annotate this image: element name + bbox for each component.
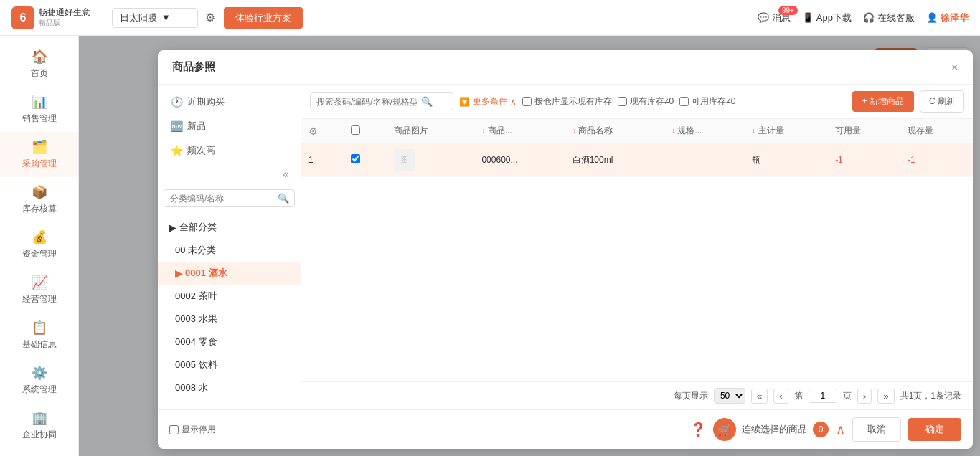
td-checkbox[interactable] — [344, 143, 386, 177]
show-disabled-label[interactable]: 显示停用 — [169, 424, 216, 436]
user-item[interactable]: 👤 徐泽华 — [926, 11, 969, 24]
cat-item-uncategorized[interactable]: 00 未分类 — [158, 239, 301, 262]
checkbox-warehouse-input[interactable] — [522, 97, 532, 106]
gear-col-icon[interactable]: ⚙ — [308, 125, 318, 137]
first-page-button[interactable]: « — [751, 389, 768, 404]
cat-item-all[interactable]: ▶ 全部分类 — [158, 216, 301, 239]
sort-icon-name: ↕ — [573, 127, 576, 135]
modal-footer: 显示停用 ❓ 🛒 连续选择的商品 0 ∧ 取消 确定 — [158, 409, 973, 449]
collapse-up-icon[interactable]: ∧ — [836, 422, 845, 437]
checkbox-warehouse[interactable]: 按仓库显示现有库存 — [522, 95, 612, 108]
home-icon: 🏠 — [32, 49, 47, 65]
th-unit[interactable]: ↕ 主计量 — [745, 119, 828, 143]
product-search-box[interactable]: 🔍 — [310, 92, 453, 110]
arrow-icon-all: ▶ — [169, 222, 176, 233]
sidebar-label-system: 系统管理 — [22, 384, 57, 396]
toolbar: 🔍 🔽 更多条件 ∧ 按仓库显示现有库存 — [301, 85, 973, 119]
sidebar: 🏠 首页 📊 销售管理 🗂️ 采购管理 📦 库存核算 💰 资金管理 📈 经营管理… — [0, 36, 79, 456]
td-name: 白酒100ml — [565, 143, 664, 177]
td-stock: -1 — [900, 143, 973, 177]
th-available-label: 可用量 — [835, 125, 861, 136]
th-available[interactable]: 可用量 — [828, 119, 900, 143]
sidebar-item-inventory[interactable]: 📦 库存核算 — [0, 177, 78, 222]
table-row[interactable]: 1 图 000600... 白酒100ml 瓶 -1 — [301, 143, 973, 177]
td-spec — [664, 143, 745, 177]
show-disabled-checkbox[interactable] — [169, 425, 179, 434]
modal-title: 商品参照 — [172, 60, 215, 74]
action-button[interactable]: 体验行业方案 — [224, 7, 303, 29]
tab-frequent-label: 频次高 — [187, 144, 215, 157]
cat-item-tea[interactable]: 0002 茶叶 — [158, 285, 301, 308]
cart-icon[interactable]: 🛒 — [713, 418, 736, 441]
category-search-input[interactable] — [170, 194, 278, 204]
sidebar-item-home[interactable]: 🏠 首页 — [0, 42, 78, 87]
checkbox-available-nonzero-label: 可用库存≠0 — [692, 95, 735, 108]
th-spec[interactable]: ↕ 规格... — [664, 119, 745, 143]
sidebar-item-guide[interactable]: 🔰 新手引导 — [0, 448, 78, 456]
cat-item-drink[interactable]: 0005 饮料 — [158, 353, 301, 376]
sidebar-item-enterprise[interactable]: 🏢 企业协同 — [0, 403, 78, 448]
tab-frequent[interactable]: ⭐ 频次高 — [164, 139, 295, 162]
app-download-item[interactable]: 📱 App下载 — [802, 11, 852, 24]
checkbox-stock-nonzero-input[interactable] — [618, 97, 627, 106]
confirm-button[interactable]: 确定 — [908, 418, 961, 441]
next-page-button[interactable]: › — [857, 389, 872, 404]
th-name[interactable]: ↕ 商品名称 — [565, 119, 664, 143]
checkbox-available-nonzero[interactable]: 可用库存≠0 — [679, 95, 735, 108]
prev-page-button[interactable]: ‹ — [773, 389, 788, 404]
gear-icon[interactable]: ⚙ — [205, 11, 215, 24]
th-stock[interactable]: 现存量 — [900, 119, 973, 143]
sidebar-item-base[interactable]: 📋 基础信息 — [0, 313, 78, 358]
message-item[interactable]: 💬 消息 99+ — [758, 11, 791, 24]
page-size-select[interactable]: 50 — [714, 388, 745, 404]
category-tree: ▶ 全部分类 00 未分类 ▶ 0001 酒水 0002 茶叶 — [158, 213, 301, 404]
page-label: 第 — [794, 390, 803, 402]
cat-item-fruit[interactable]: 0003 水果 — [158, 308, 301, 331]
sidebar-item-finance[interactable]: 💰 资金管理 — [0, 222, 78, 267]
sidebar-item-purchase[interactable]: 🗂️ 采购管理 — [0, 132, 78, 177]
collapse-left-icon[interactable]: « — [283, 168, 289, 181]
cat-item-water[interactable]: 0008 水 — [158, 376, 301, 399]
sidebar-item-system[interactable]: ⚙️ 系统管理 — [0, 358, 78, 403]
right-panel: 🔍 🔽 更多条件 ∧ 按仓库显示现有库存 — [301, 85, 973, 409]
cat-item-alcohol[interactable]: ▶ 0001 酒水 — [158, 262, 301, 285]
checkbox-available-nonzero-input[interactable] — [679, 97, 689, 106]
cat-label-all: 全部分类 — [179, 221, 217, 234]
nav-selector[interactable]: 日太阳膜 ▼ — [112, 8, 198, 28]
arrow-icon-alcohol: ▶ — [175, 268, 182, 279]
tab-recent[interactable]: 🕐 近期购买 — [164, 90, 295, 113]
cat-label-water: 0008 水 — [175, 381, 208, 394]
tab-new[interactable]: 🆕 新品 — [164, 115, 295, 138]
sidebar-item-sales[interactable]: 📊 销售管理 — [0, 87, 78, 132]
sidebar-label-home: 首页 — [31, 67, 48, 80]
category-search-box[interactable]: 🔍 — [164, 189, 295, 207]
row-checkbox[interactable] — [351, 154, 360, 163]
add-product-button[interactable]: + 新增商品 — [852, 91, 914, 112]
help-icon[interactable]: ❓ — [690, 422, 706, 437]
cat-item-appliance[interactable]: 0010 家电 — [158, 399, 301, 404]
refresh-button[interactable]: C 刷新 — [920, 90, 964, 113]
sort-icon-unit: ↕ — [752, 127, 755, 135]
select-all-checkbox[interactable] — [351, 125, 360, 135]
td-image: 图 — [387, 143, 475, 177]
th-image[interactable]: 商品图片 — [387, 119, 475, 143]
th-image-label: 商品图片 — [394, 125, 428, 136]
logo-sub: 精品版 — [39, 18, 90, 28]
filter-button[interactable]: 🔽 更多条件 ∧ — [459, 95, 517, 108]
cat-label-tea: 0002 茶叶 — [175, 290, 217, 303]
cancel-button[interactable]: 取消 — [852, 417, 901, 442]
cat-item-snack[interactable]: 0004 零食 — [158, 331, 301, 353]
message-badge: 99+ — [778, 6, 798, 15]
product-reference-modal: 商品参照 × 🕐 近期购买 🆕 新品 — [158, 50, 973, 449]
sidebar-item-operation[interactable]: 📈 经营管理 — [0, 267, 78, 313]
th-code[interactable]: ↕ 商品... — [474, 119, 565, 143]
modal-header: 商品参照 × — [158, 50, 973, 85]
product-search-input[interactable] — [316, 97, 417, 107]
close-icon[interactable]: × — [951, 61, 958, 74]
page-input[interactable] — [809, 389, 837, 403]
sort-icon-spec: ↕ — [672, 127, 675, 135]
sidebar-label-purchase: 采购管理 — [22, 158, 57, 170]
checkbox-stock-nonzero[interactable]: 现有库存≠0 — [618, 95, 674, 108]
last-page-button[interactable]: » — [877, 389, 894, 404]
service-item[interactable]: 🎧 在线客服 — [863, 11, 915, 24]
